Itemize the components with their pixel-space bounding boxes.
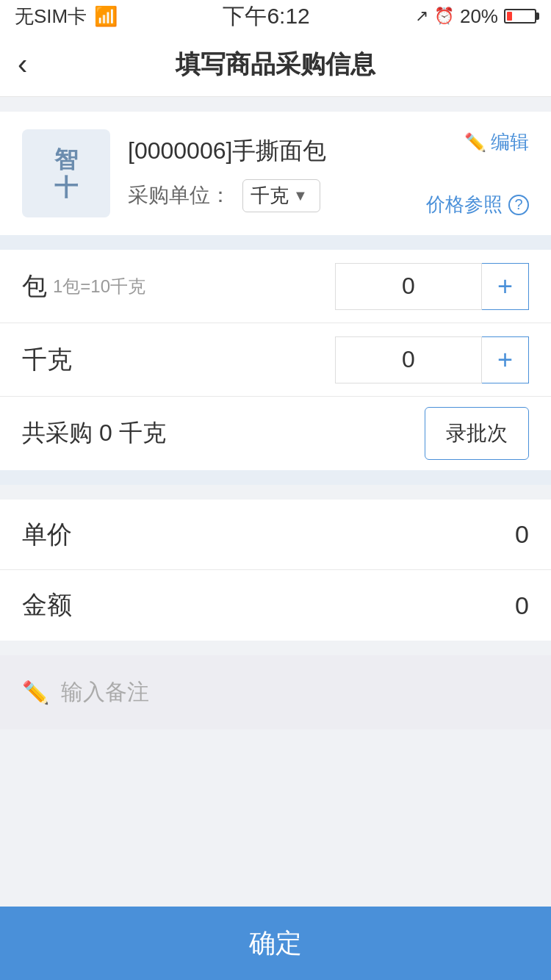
bag-input-row: 包 1包=10千克 +: [0, 250, 551, 323]
back-button[interactable]: ‹: [18, 48, 27, 81]
status-right: ↗ ⏰ 20%: [415, 5, 536, 28]
product-image: 智 十: [22, 129, 110, 217]
unit-price-row: 单价 0: [0, 500, 551, 570]
battery-pct: 20%: [460, 5, 498, 28]
wifi-icon: 📶: [94, 5, 118, 28]
bag-plus-button[interactable]: +: [482, 263, 529, 310]
edit-button[interactable]: ✏️ 编辑: [464, 129, 529, 155]
price-ref-button[interactable]: 价格参照 ?: [426, 192, 529, 217]
edit-label: 编辑: [491, 129, 529, 155]
remark-section[interactable]: ✏️ 输入备注: [0, 655, 551, 729]
dropdown-arrow-icon: ▼: [293, 187, 308, 204]
status-left: 无SIM卡 📶: [15, 4, 118, 29]
kg-input-row: 千克 +: [0, 323, 551, 397]
battery-indicator: [504, 9, 536, 24]
total-label: 共采购 0 千克: [22, 417, 425, 450]
edit-icon: ✏️: [464, 132, 486, 153]
kg-label: 千克: [22, 343, 72, 377]
bag-input-control: +: [335, 263, 529, 310]
confirm-button[interactable]: 确定: [0, 907, 551, 980]
record-batch-button[interactable]: 录批次: [425, 407, 529, 460]
total-row: 共采购 0 千克 录批次: [0, 397, 551, 470]
unit-value: 千克: [251, 183, 289, 209]
status-bar: 无SIM卡 📶 下午6:12 ↗ ⏰ 20%: [0, 0, 551, 32]
battery-fill: [507, 12, 512, 21]
remark-placeholder: 输入备注: [61, 677, 149, 707]
kg-plus-button[interactable]: +: [482, 336, 529, 383]
page-title: 填写商品采购信息: [176, 48, 375, 82]
amount-row: 金额 0: [0, 570, 551, 641]
status-time: 下午6:12: [223, 1, 309, 32]
carrier-label: 无SIM卡: [15, 4, 87, 29]
price-ref-label: 价格参照: [426, 192, 503, 217]
product-card: 智 十 [0000006]手撕面包 采购单位： 千克 ▼ ✏️ 编辑 价格参照 …: [0, 112, 551, 235]
location-icon: ↗: [415, 7, 428, 26]
unit-label: 采购单位：: [128, 181, 231, 209]
nav-bar: ‹ 填写商品采购信息: [0, 32, 551, 97]
amount-label: 金额: [22, 588, 515, 622]
unit-price-label: 单价: [22, 518, 515, 552]
bag-sublabel: 1包=10千克: [53, 275, 335, 298]
amount-value: 0: [515, 591, 529, 620]
section-divider-1: [0, 235, 551, 250]
unit-price-value: 0: [515, 520, 529, 549]
info-icon: ?: [508, 195, 529, 215]
pencil-icon: ✏️: [22, 680, 49, 705]
bag-input[interactable]: [335, 263, 482, 310]
bag-label: 包: [22, 270, 47, 303]
kg-input[interactable]: [335, 336, 482, 383]
unit-dropdown[interactable]: 千克 ▼: [242, 179, 320, 212]
product-logo: 智 十: [54, 145, 78, 202]
input-section: 包 1包=10千克 + 千克 +: [0, 250, 551, 397]
section-divider-2: [0, 470, 551, 485]
price-section: 单价 0 金额 0: [0, 500, 551, 641]
kg-input-control: +: [335, 336, 529, 383]
alarm-icon: ⏰: [434, 7, 454, 26]
